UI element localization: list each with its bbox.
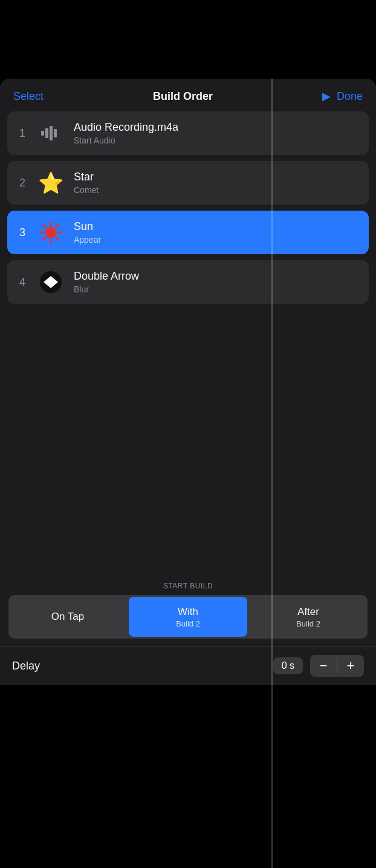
svg-rect-2	[50, 126, 53, 140]
svg-line-11	[56, 225, 58, 228]
double-arrow-icon	[37, 269, 64, 295]
sun-icon	[37, 219, 64, 246]
svg-line-9	[44, 225, 46, 228]
item-info-1: Audio Recording.m4a Start Audio	[74, 121, 178, 145]
build-item-1[interactable]: 1 Audio Recording.m4a Start Audio	[7, 111, 369, 155]
svg-rect-0	[41, 131, 44, 136]
minus-icon: −	[320, 658, 328, 674]
item-info-2: Star Comet	[74, 171, 99, 195]
star-icon: ⭐	[37, 169, 64, 196]
item-name-4: Double Arrow	[74, 270, 139, 283]
item-number-1: 1	[17, 127, 28, 140]
build-item-3[interactable]: 3 Sun Appear	[7, 211, 369, 254]
item-subtitle-4: Blur	[74, 284, 139, 294]
stepper-minus-button[interactable]: −	[310, 655, 337, 677]
svg-point-4	[45, 227, 56, 238]
build-item-4[interactable]: 4 Double Arrow Blur	[7, 260, 369, 304]
item-info-3: Sun Appear	[74, 220, 101, 245]
audio-icon	[37, 120, 64, 146]
item-number-4: 4	[17, 276, 28, 289]
header-right: ▶ Done	[322, 90, 363, 103]
item-number-3: 3	[17, 226, 28, 239]
plus-icon: +	[347, 658, 355, 674]
page-title: Build Order	[44, 90, 322, 103]
item-name-3: Sun	[74, 220, 101, 233]
svg-line-12	[44, 237, 46, 240]
on-tap-option[interactable]: On Tap	[8, 595, 127, 639]
delay-label: Delay	[12, 660, 273, 672]
item-name-1: Audio Recording.m4a	[74, 121, 178, 134]
after-sublabel: Build 2	[296, 619, 320, 628]
after-build-option[interactable]: After Build 2	[249, 595, 368, 639]
on-tap-label: On Tap	[51, 611, 85, 623]
svg-rect-3	[54, 129, 57, 137]
svg-rect-1	[45, 128, 48, 138]
with-label: With	[178, 606, 198, 618]
item-subtitle-1: Start Audio	[74, 136, 178, 145]
build-item-2[interactable]: 2 ⭐ Star Comet	[7, 161, 369, 205]
start-build-label: START BUILD	[0, 574, 376, 595]
select-button[interactable]: Select	[13, 90, 44, 103]
item-info-4: Double Arrow Blur	[74, 270, 139, 294]
with-build-option[interactable]: With Build 2	[129, 597, 247, 637]
delay-stepper: − +	[310, 655, 364, 677]
svg-line-10	[56, 237, 58, 240]
build-options: On Tap With Build 2 After Build 2	[8, 595, 368, 639]
item-name-2: Star	[74, 171, 99, 183]
stepper-plus-button[interactable]: +	[337, 655, 364, 677]
bottom-section: START BUILD On Tap With Build 2 After Bu…	[0, 574, 376, 685]
delay-row: Delay 0 s − +	[0, 646, 376, 685]
with-sublabel: Build 2	[176, 619, 200, 628]
play-icon[interactable]: ▶	[322, 90, 331, 103]
item-subtitle-3: Appear	[74, 235, 101, 245]
after-label: After	[297, 606, 319, 618]
build-list: 1 Audio Recording.m4a Start Audio 2 ⭐	[0, 111, 376, 304]
item-number-2: 2	[17, 177, 28, 189]
item-subtitle-2: Comet	[74, 185, 99, 195]
done-button[interactable]: Done	[337, 90, 363, 103]
delay-value: 0 s	[273, 657, 303, 674]
header: Select Build Order ▶ Done	[0, 79, 376, 111]
